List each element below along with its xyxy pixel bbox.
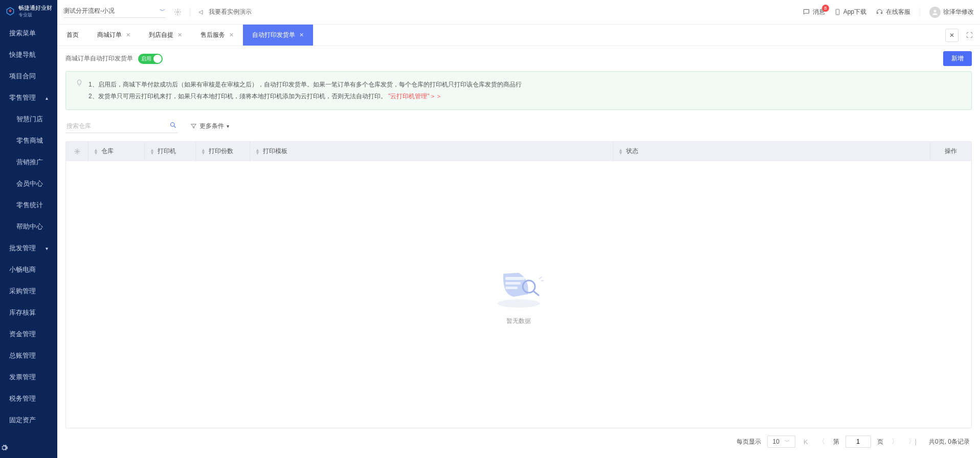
search-row: 更多条件 ▾: [65, 119, 972, 133]
logo-icon: [5, 6, 15, 16]
page-last-button[interactable]: 〉|: [906, 436, 919, 447]
sidebar-item-member-center[interactable]: 会员中心: [0, 173, 57, 194]
printer-table: ▲▼仓库 ▲▼打印机 ▲▼打印份数 ▲▼打印模板 ▲▼状态 操作 暂无数据: [65, 141, 972, 428]
context-settings-button[interactable]: [174, 8, 182, 16]
tab-mall-orders[interactable]: 商城订单✕: [88, 25, 140, 46]
info-line-2: 2、发货单只可用云打印机来打，如果只有本地打印机，须将本地打印机添加为云打印机，…: [88, 91, 522, 102]
fullscreen-button[interactable]: ⛶: [963, 29, 976, 42]
tab-after-sales[interactable]: 售后服务✕: [191, 25, 243, 46]
sidebar-item-marketing-promotion[interactable]: 营销推广: [0, 151, 57, 173]
column-printer[interactable]: ▲▼打印机: [145, 142, 196, 161]
svg-rect-7: [505, 277, 525, 280]
sidebar-item-fixed-assets[interactable]: 固定资产: [0, 409, 57, 431]
context-selector[interactable]: 测试分开流程-小况 ﹀: [63, 7, 166, 18]
app-download-button[interactable]: App下载: [834, 8, 866, 16]
sidebar-settings-button[interactable]: [0, 438, 57, 458]
column-copies[interactable]: ▲▼打印份数: [196, 142, 250, 161]
tab-home[interactable]: 首页: [57, 25, 88, 46]
context-selected: 测试分开流程-小况: [63, 7, 115, 15]
table-header: ▲▼仓库 ▲▼打印机 ▲▼打印份数 ▲▼打印模板 ▲▼状态 操作: [66, 142, 971, 161]
page-next-button[interactable]: 〉: [889, 436, 900, 447]
sidebar-item-project-contract[interactable]: 项目合同: [0, 66, 57, 87]
megaphone-icon: [198, 9, 206, 16]
mobile-icon: [834, 8, 841, 16]
brand-title: 畅捷通好业财: [18, 4, 52, 12]
gear-icon: [74, 148, 81, 155]
close-icon[interactable]: ✕: [229, 32, 234, 38]
table-body-empty: 暂无数据: [66, 161, 971, 428]
tab-bar: 首页 商城订单✕ 到店自提✕ 售后服务✕ 自动打印发货单✕ ✕ ⛶: [57, 25, 980, 46]
close-icon[interactable]: ✕: [177, 32, 182, 38]
pagination: 每页显示 10 ﹀ K 〈 第 页 〉 〉| 共0页, 0条记录: [65, 428, 972, 450]
page-prev-button[interactable]: 〈: [816, 436, 827, 447]
page-summary: 共0页, 0条记录: [929, 438, 970, 446]
svg-point-5: [76, 150, 78, 152]
brand-logo: 畅捷通好业财 专业版: [0, 0, 57, 23]
sidebar-nav: 搜索菜单 快捷导航 项目合同 零售管理▴ 智慧门店 零售商城 营销推广 会员中心…: [0, 23, 57, 438]
main-area: 测试分开流程-小况 ﹀ 我要看实例演示 消息 8: [57, 0, 980, 458]
message-icon: [803, 8, 810, 16]
column-status[interactable]: ▲▼状态: [613, 142, 930, 161]
sidebar-item-quick-nav[interactable]: 快捷导航: [0, 44, 57, 66]
sidebar-item-wholesale-management[interactable]: 批发管理▾: [0, 237, 57, 259]
expand-icon: ⛶: [966, 32, 972, 39]
info-line-1: 1、启用后，商城下单付款成功后（如果有审核是在审核之后），自动打印发货单。如果一…: [88, 79, 522, 91]
gear-icon: [0, 444, 8, 452]
svg-point-0: [177, 11, 179, 13]
cloud-printer-management-link[interactable]: "云打印机管理"＞＞: [388, 93, 442, 100]
sidebar-item-search-menu[interactable]: 搜索菜单: [0, 23, 57, 44]
sidebar-item-retail-statistics[interactable]: 零售统计: [0, 194, 57, 216]
svg-point-3: [934, 10, 937, 12]
sidebar-item-tax-management[interactable]: 税务管理: [0, 388, 57, 409]
sidebar-item-xiaochang-ecommerce[interactable]: 小畅电商: [0, 259, 57, 280]
close-icon[interactable]: ✕: [299, 32, 304, 38]
demo-link-label: 我要看实例演示: [209, 8, 252, 16]
auto-print-toggle[interactable]: 启用: [138, 54, 163, 64]
close-tab-button[interactable]: ✕: [945, 29, 959, 42]
sidebar-item-retail-mall[interactable]: 零售商城: [0, 130, 57, 151]
tab-store-pickup[interactable]: 到店自提✕: [140, 25, 191, 46]
toggle-state-text: 启用: [141, 55, 151, 62]
svg-rect-8: [505, 282, 521, 285]
demo-link[interactable]: 我要看实例演示: [198, 8, 252, 16]
sidebar-item-general-ledger[interactable]: 总账管理: [0, 345, 57, 366]
new-button[interactable]: 新增: [943, 51, 972, 66]
sidebar-item-salary[interactable]: 工资: [0, 431, 57, 438]
toggle-knob: [153, 55, 162, 63]
svg-point-6: [497, 299, 540, 308]
page-input[interactable]: [845, 435, 871, 448]
tab-auto-print-delivery[interactable]: 自动打印发货单✕: [243, 25, 313, 46]
chevron-up-icon: ▴: [46, 95, 48, 101]
svg-point-2: [837, 14, 838, 14]
sort-icon: ▲▼: [618, 148, 623, 155]
empty-text: 暂无数据: [506, 317, 531, 325]
warehouse-search: [65, 119, 178, 133]
chevron-down-icon: ﹀: [785, 438, 790, 445]
column-warehouse[interactable]: ▲▼仓库: [88, 142, 145, 161]
sort-icon: ▲▼: [150, 148, 154, 155]
per-page-label: 每页显示: [737, 438, 761, 446]
per-page-select[interactable]: 10 ﹀: [767, 435, 795, 448]
table-settings-button[interactable]: [66, 142, 88, 161]
sidebar-item-help-center[interactable]: 帮助中心: [0, 216, 57, 237]
sidebar-item-invoice-management[interactable]: 发票管理: [0, 366, 57, 388]
sidebar-item-retail-management[interactable]: 零售管理▴: [0, 87, 57, 108]
info-box: 1、启用后，商城下单付款成功后（如果有审核是在审核之后），自动打印发货单。如果一…: [65, 71, 972, 110]
warehouse-search-input[interactable]: [65, 119, 178, 133]
page-first-button[interactable]: K: [801, 437, 810, 447]
support-button[interactable]: 在线客服: [876, 8, 910, 16]
svg-point-4: [171, 122, 175, 126]
sort-icon: ▲▼: [255, 148, 260, 155]
more-filters-button[interactable]: 更多条件 ▾: [190, 122, 229, 130]
header-right: 消息 8 App下载 在线客服 徐泽华修改: [803, 7, 974, 18]
sidebar-item-inventory-accounting[interactable]: 库存核算: [0, 302, 57, 323]
sidebar-item-smart-store[interactable]: 智慧门店: [0, 108, 57, 130]
messages-button[interactable]: 消息 8: [803, 8, 825, 16]
chevron-down-icon: ▾: [46, 246, 48, 251]
search-icon[interactable]: [169, 121, 177, 129]
sidebar-item-purchase-management[interactable]: 采购管理: [0, 280, 57, 302]
column-template[interactable]: ▲▼打印模板: [250, 142, 613, 161]
sidebar-item-funds-management[interactable]: 资金管理: [0, 323, 57, 345]
user-menu[interactable]: 徐泽华修改: [929, 7, 974, 18]
close-icon[interactable]: ✕: [126, 32, 130, 38]
